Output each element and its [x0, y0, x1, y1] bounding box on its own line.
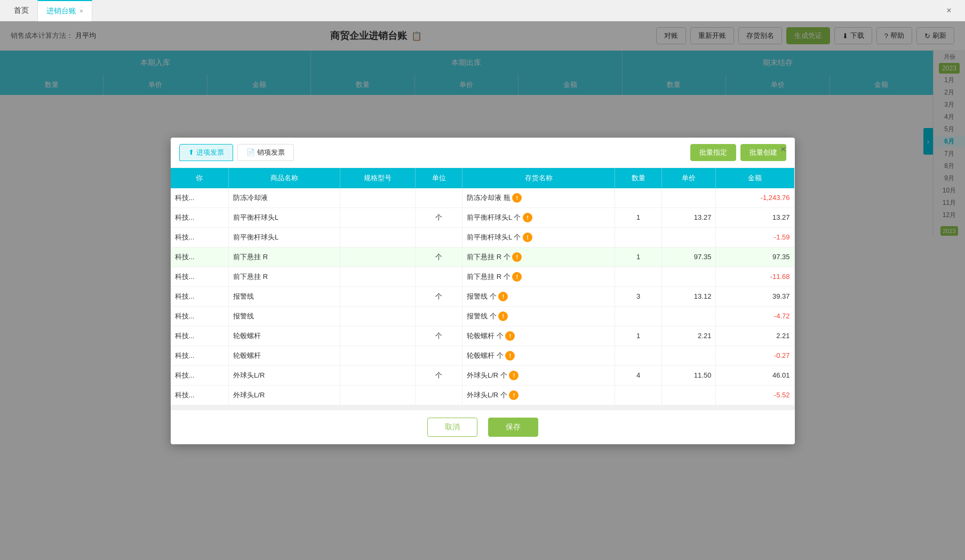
cell-company: 科技... — [171, 188, 229, 208]
cell-company: 科技... — [171, 247, 229, 267]
cell-inventory: 外球头L/R 个 ! — [462, 365, 615, 385]
warning-icon: ! — [505, 351, 515, 361]
cell-unit — [416, 227, 462, 247]
tab-ledger[interactable]: 进销台账 × — [37, 0, 92, 21]
cell-product: 轮毂螺杆 — [229, 326, 340, 346]
cell-qty: 1 — [615, 247, 662, 267]
modal-footer: 取消 保存 — [171, 410, 795, 444]
scrollbar[interactable] — [171, 405, 795, 410]
cell-price — [662, 267, 716, 286]
cell-amount: -5.52 — [716, 385, 794, 405]
cell-product: 防冻冷却液 — [229, 188, 340, 208]
warning-icon: ! — [498, 311, 508, 321]
batch-assign-button[interactable]: 批量指定 — [690, 144, 736, 161]
cell-amount: -1.59 — [716, 227, 794, 247]
modal-close-icon: × — [780, 144, 786, 155]
modal-table: 你 商品名称 规格型号 单位 存货名称 数量 单价 金额 科技...防冻冷却液防… — [171, 168, 795, 410]
cancel-button[interactable]: 取消 — [427, 418, 477, 437]
cell-price — [662, 306, 716, 326]
tab-home-label: 首页 — [14, 6, 29, 15]
tab-incoming-invoices[interactable]: ⬆ 进项发票 — [179, 144, 233, 161]
cell-product: 前平衡杆球头L — [229, 207, 340, 227]
cell-spec — [340, 306, 416, 326]
batch-create-button[interactable]: 批量创建 — [740, 144, 786, 161]
modal-header-right: 批量指定 批量创建 — [690, 144, 786, 161]
window-close-button[interactable]: × — [938, 0, 960, 21]
cell-company: 科技... — [171, 346, 229, 365]
cell-unit — [416, 385, 462, 405]
cell-unit: 个 — [416, 326, 462, 346]
cell-amount: 2.21 — [716, 326, 794, 346]
cell-unit — [416, 306, 462, 326]
cell-amount: 39.37 — [716, 286, 794, 306]
col-inventory-name: 存货名称 — [462, 168, 615, 188]
cell-amount: 46.01 — [716, 365, 794, 385]
cell-product: 前下悬挂 R — [229, 247, 340, 267]
col-unit: 单位 — [416, 168, 462, 188]
cell-unit — [416, 346, 462, 365]
cell-inventory: 轮毂螺杆 个 ! — [462, 346, 615, 365]
invoice-table: 你 商品名称 规格型号 单位 存货名称 数量 单价 金额 科技...防冻冷却液防… — [171, 168, 795, 405]
tab-bar: 首页 进销台账 × × — [0, 0, 965, 21]
col-qty: 数量 — [615, 168, 662, 188]
cell-inventory: 报警线 个 ! — [462, 286, 615, 306]
modal-close-button[interactable]: × — [780, 144, 786, 155]
cell-spec — [340, 247, 416, 267]
cell-product: 外球头L/R — [229, 385, 340, 405]
cell-price: 97.35 — [662, 247, 716, 267]
cell-company: 科技... — [171, 286, 229, 306]
tab-home[interactable]: 首页 — [5, 0, 37, 21]
warning-icon: ! — [498, 292, 508, 301]
cell-unit: 个 — [416, 247, 462, 267]
cell-spec — [340, 385, 416, 405]
tab-ledger-label: 进销台账 — [46, 6, 76, 16]
cell-inventory: 前平衡杆球头L 个 ! — [462, 207, 615, 227]
cell-unit: 个 — [416, 207, 462, 227]
table-row: 科技...轮毂螺杆个轮毂螺杆 个 !12.212.21 — [171, 326, 795, 346]
modal-dialog: ⬆ 进项发票 📄 销项发票 批量指定 批量创建 × — [171, 138, 795, 444]
cell-product: 报警线 — [229, 286, 340, 306]
cell-amount: -4.72 — [716, 306, 794, 326]
cell-product: 报警线 — [229, 306, 340, 326]
col-amount: 金额 — [716, 168, 794, 188]
table-row: 科技...防冻冷却液防冻冷却液 瓶 !-1,243.76 — [171, 188, 795, 208]
cell-spec — [340, 346, 416, 365]
cell-unit — [416, 267, 462, 286]
cell-unit: 个 — [416, 286, 462, 306]
cell-unit: 个 — [416, 365, 462, 385]
incoming-invoice-icon: ⬆ — [188, 148, 194, 156]
cell-qty — [615, 188, 662, 208]
cell-spec — [340, 365, 416, 385]
tab-outgoing-invoices[interactable]: 📄 销项发票 — [237, 144, 294, 161]
cell-product: 前下悬挂 R — [229, 267, 340, 286]
cell-company: 科技... — [171, 227, 229, 247]
table-row: 科技...前平衡杆球头L个前平衡杆球头L 个 !113.2713.27 — [171, 207, 795, 227]
cell-unit — [416, 188, 462, 208]
warning-icon: ! — [509, 390, 519, 400]
cell-spec — [340, 286, 416, 306]
table-row: 科技...外球头L/R个外球头L/R 个 !411.5046.01 — [171, 365, 795, 385]
tab-ledger-close[interactable]: × — [79, 7, 83, 15]
cell-price — [662, 227, 716, 247]
modal-header: ⬆ 进项发票 📄 销项发票 批量指定 批量创建 × — [171, 138, 795, 168]
cell-amount: -0.27 — [716, 346, 794, 365]
table-row: 科技...报警线个报警线 个 !313.1239.37 — [171, 286, 795, 306]
table-row: 科技...前平衡杆球头L前平衡杆球头L 个 !-1.59 — [171, 227, 795, 247]
modal-overlay: ⬆ 进项发票 📄 销项发票 批量指定 批量创建 × — [0, 21, 965, 560]
cell-qty: 4 — [615, 365, 662, 385]
outgoing-invoice-label: 销项发票 — [257, 148, 285, 157]
cell-qty — [615, 385, 662, 405]
cell-spec — [340, 188, 416, 208]
cell-qty — [615, 346, 662, 365]
col-company: 你 — [171, 168, 229, 188]
table-row: 科技...外球头L/R外球头L/R 个 !-5.52 — [171, 385, 795, 405]
cell-spec — [340, 207, 416, 227]
table-row: 科技...前下悬挂 R个前下悬挂 R 个 !197.3597.35 — [171, 247, 795, 267]
cell-inventory: 前平衡杆球头L 个 ! — [462, 227, 615, 247]
cell-price: 2.21 — [662, 326, 716, 346]
save-button[interactable]: 保存 — [488, 418, 538, 437]
cell-qty: 1 — [615, 207, 662, 227]
cell-spec — [340, 326, 416, 346]
cell-company: 科技... — [171, 306, 229, 326]
cell-price: 11.50 — [662, 365, 716, 385]
